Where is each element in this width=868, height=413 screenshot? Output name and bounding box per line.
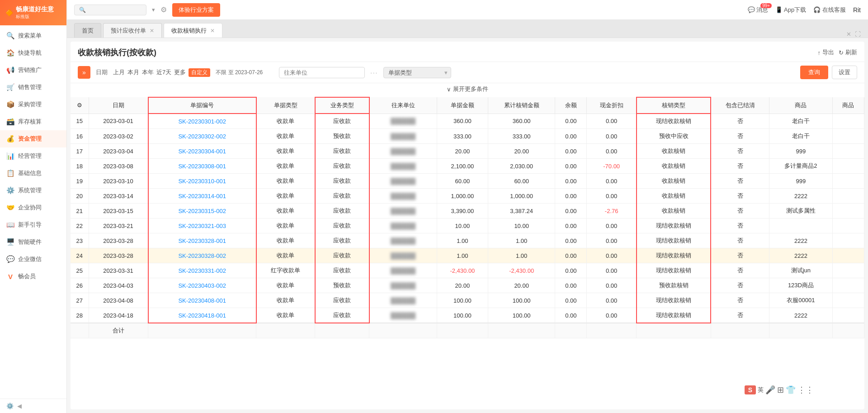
system-icon: ⚙️ <box>6 186 14 195</box>
doc-no-link[interactable]: SK-20230418-001 <box>178 312 226 319</box>
doc-no-link[interactable]: SK-20230408-001 <box>178 297 226 304</box>
tab-prereceipt-close[interactable]: ✕ <box>150 28 154 34</box>
tab-home[interactable]: 首页 <box>74 23 101 38</box>
cell-cum-amount: 1.00 <box>488 233 555 248</box>
cell-goods2 <box>832 293 864 308</box>
sidebar-item-newbie[interactable]: 📖 新手引导 <box>0 216 66 233</box>
sidebar-item-search[interactable]: 🔍 搜索菜单 <box>0 27 66 44</box>
doc-no-link[interactable]: SK-20230328-002 <box>178 252 226 259</box>
this-month-opt[interactable]: 本月 <box>127 68 139 76</box>
more-opt[interactable]: 更多 <box>174 68 186 76</box>
th-partner[interactable]: 往来单位 <box>369 97 437 114</box>
cell-cancel-type: 现结收款核销 <box>637 114 711 129</box>
sidebar-item-quicknav[interactable]: 🏠 快捷导航 <box>0 44 66 62</box>
partner-input[interactable] <box>279 67 365 78</box>
th-biz-type[interactable]: 业务类型 <box>315 97 369 114</box>
totals-cell-5 <box>369 323 437 338</box>
sidebar-item-member[interactable]: V 畅会员 <box>0 268 66 285</box>
cell-cum-amount: 360.00 <box>488 114 555 129</box>
th-include-settled[interactable]: 包含已结清 <box>711 97 769 114</box>
messages-badge[interactable]: 💬 消息 99+ <box>748 6 769 14</box>
sidebar-item-hardware[interactable]: 🖥️ 智能硬件 <box>0 233 66 251</box>
cell-cash-discount: 0.00 <box>587 144 637 159</box>
last-month-opt[interactable]: 上月 <box>113 68 125 76</box>
doc-no-link[interactable]: SK-20230302-002 <box>178 133 226 140</box>
sidebar-item-basic[interactable]: 📋 基础信息 <box>0 165 66 182</box>
doc-no-link[interactable]: SK-20230315-002 <box>178 208 226 214</box>
th-cash-discount[interactable]: 现金折扣 <box>587 97 637 114</box>
gear-icon[interactable]: ⚙ <box>160 5 167 14</box>
totals-cell-2 <box>148 323 256 338</box>
settings-button[interactable]: 设置 <box>832 66 857 79</box>
filter-expand-button[interactable]: » <box>78 66 90 79</box>
collapse-icon[interactable]: ◀ <box>17 403 22 409</box>
settings-bottom-icon[interactable]: ⚙️ <box>6 403 14 409</box>
doc-no-link[interactable]: SK-20230310-001 <box>178 178 226 185</box>
sidebar-item-wechat[interactable]: 💬 企业微信 <box>0 251 66 268</box>
expand-tab-icon[interactable]: ⛶ <box>855 31 861 38</box>
topbar-search[interactable]: 🔍 <box>74 5 146 15</box>
doc-type-select[interactable]: 单据类型 <box>383 67 451 78</box>
doc-no-link[interactable]: SK-20230304-001 <box>178 148 226 155</box>
cell-doc-type: 收款单 <box>256 189 315 204</box>
cell-amount: 2,100.00 <box>437 159 488 174</box>
th-settings[interactable]: ⚙ <box>71 97 89 114</box>
tab-collection[interactable]: 收款核销执行 ✕ <box>164 23 222 38</box>
tab-collection-close[interactable]: ✕ <box>210 28 215 34</box>
table-row: 152023-03-01SK-20230301-002收款单应收款██████3… <box>71 114 864 129</box>
online-service-link[interactable]: 🎧 在线客服 <box>813 6 846 14</box>
cell-goods2 <box>832 204 864 218</box>
th-amount[interactable]: 单据金额 <box>437 97 488 114</box>
tab-prereceipt[interactable]: 预计应收付单 ✕ <box>103 23 162 38</box>
cell-goods: 衣服00001 <box>769 293 832 308</box>
cell-cash-discount: 0.00 <box>587 114 637 129</box>
th-doc-no[interactable]: 单据编号 <box>148 97 256 114</box>
sidebar-item-finance[interactable]: 💰 资金管理 <box>0 130 66 147</box>
th-goods2[interactable]: 商品 <box>832 97 864 114</box>
th-cum-amount[interactable]: 累计核销金额 <box>488 97 555 114</box>
cell-no: 20 <box>71 189 89 204</box>
sidebar-item-sales[interactable]: 🛒 销售管理 <box>0 79 66 96</box>
th-goods[interactable]: 商品 <box>769 97 832 114</box>
sidebar-item-system[interactable]: ⚙️ 系统管理 <box>0 182 66 199</box>
export-label: 导出 <box>822 48 834 57</box>
sidebar-item-corp[interactable]: 🤝 企业协同 <box>0 199 66 216</box>
query-button[interactable]: 查询 <box>800 66 828 79</box>
doc-no-link[interactable]: SK-20230314-001 <box>178 193 226 199</box>
th-doc-type[interactable]: 单据类型 <box>256 97 315 114</box>
th-cancel-type[interactable]: 核销类型 <box>637 97 711 114</box>
user-name[interactable]: Rit <box>853 6 861 14</box>
industry-solution-button[interactable]: 体验行业方案 <box>172 3 220 17</box>
expand-more-filter-button[interactable]: ∨ 展开更多条件 <box>447 85 488 93</box>
cell-partner: ██████ <box>369 114 437 129</box>
cell-include-settled: 否 <box>711 248 769 263</box>
last7days-opt[interactable]: 近7天 <box>156 68 171 76</box>
watermark-shirt: 👕 <box>786 385 796 395</box>
sidebar-item-label: 资金管理 <box>18 135 42 143</box>
doc-no-link[interactable]: SK-20230321-003 <box>178 223 226 229</box>
sidebar-item-inventory[interactable]: 🗃️ 库存核算 <box>0 113 66 130</box>
dropdown-label: ▾ <box>152 6 155 13</box>
export-button[interactable]: ↑ 导出 <box>818 48 835 57</box>
doc-no-link[interactable]: SK-20230328-001 <box>178 237 226 244</box>
cell-doc-no: SK-20230315-002 <box>148 204 256 218</box>
doc-no-link[interactable]: SK-20230308-001 <box>178 163 226 170</box>
app-download-link[interactable]: 📱 App下载 <box>775 6 806 14</box>
sidebar-item-purchase[interactable]: 📦 采购管理 <box>0 96 66 113</box>
th-balance[interactable]: 余额 <box>555 97 587 114</box>
topbar-dropdown[interactable]: ▾ <box>152 6 155 13</box>
doc-no-link[interactable]: SK-20230403-002 <box>178 282 226 289</box>
custom-date-btn[interactable]: 自定义 <box>189 68 210 77</box>
this-year-opt[interactable]: 本年 <box>142 68 154 76</box>
doc-no-link[interactable]: SK-20230331-002 <box>178 267 226 274</box>
cell-balance: 0.00 <box>555 233 587 248</box>
sidebar-item-ops[interactable]: 📊 经营管理 <box>0 147 66 165</box>
close-tab-icon[interactable]: ✕ <box>846 31 851 38</box>
cell-date: 2023-03-31 <box>89 263 148 278</box>
table-row: 182023-03-08SK-20230308-001收款单应收款██████2… <box>71 159 864 174</box>
refresh-button[interactable]: ↻ 刷新 <box>839 48 857 57</box>
sidebar-item-marketing[interactable]: 📢 营销推广 <box>0 62 66 79</box>
th-date[interactable]: 日期 <box>89 97 148 114</box>
cell-cum-amount: 333.00 <box>488 129 555 144</box>
doc-no-link[interactable]: SK-20230301-002 <box>178 118 226 125</box>
